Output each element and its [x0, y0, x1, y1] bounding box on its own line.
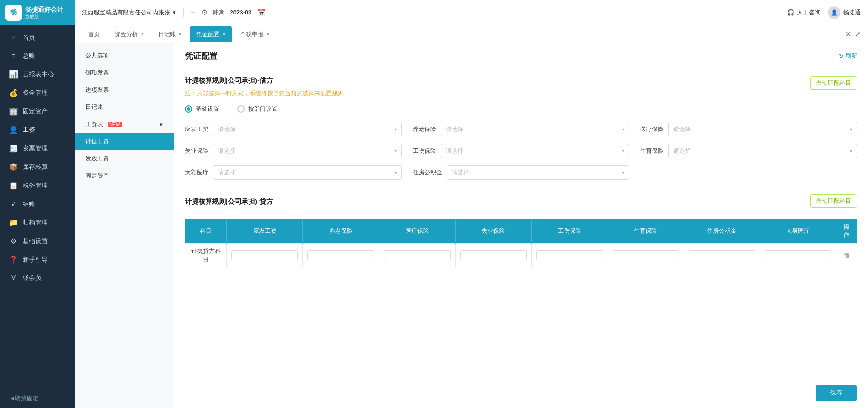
cell-supp-medical[interactable]: [760, 244, 836, 267]
sidebar-label-general-ledger: 总账: [23, 52, 35, 60]
sidebar-item-invoice-mgmt[interactable]: 🧾发票管理: [0, 139, 75, 158]
sidebar-item-reports[interactable]: 📊云报表中心: [0, 65, 75, 84]
calendar-icon[interactable]: 📅: [257, 8, 266, 17]
page-content: 公共选项 销项发票 进项发票 日记账 工资表 NEW ▾ 计提工资: [75, 43, 868, 408]
input-housing[interactable]: [689, 250, 755, 260]
field-medical-select[interactable]: 请选择 ▾: [668, 122, 857, 136]
cell-action[interactable]: 🗑: [836, 244, 857, 267]
company-selector[interactable]: 江西服宝精品有限责任公司内账张 ▾: [82, 9, 176, 17]
save-button[interactable]: 保存: [816, 385, 857, 401]
menu-item-public-options[interactable]: 公共选项: [75, 47, 174, 64]
input-gross[interactable]: [231, 250, 298, 260]
menu-item-payroll-table[interactable]: 工资表 NEW ▾: [75, 116, 174, 133]
sidebar-item-checkout[interactable]: ✓结账: [0, 195, 75, 213]
delete-row-button[interactable]: 🗑: [844, 252, 850, 259]
cell-maternity[interactable]: [608, 244, 684, 267]
tab-voucher-config[interactable]: 凭证配置 ×: [190, 26, 232, 42]
menu-item-journal[interactable]: 日记账: [75, 98, 174, 116]
field-supplemental-medical-select[interactable]: 请选择 ▾: [213, 165, 402, 180]
logo-text-block: 畅捷通好会计 旗舰版: [25, 5, 63, 20]
sidebar-item-general-ledger[interactable]: ≡总账: [0, 47, 75, 65]
service-button[interactable]: 🎧 人工咨询: [787, 9, 821, 17]
tab-tax-report-label: 个税申报: [240, 30, 264, 38]
field-medical-placeholder: 请选择: [673, 125, 691, 133]
auto-match-debit-button[interactable]: 自动匹配科目: [810, 76, 857, 90]
debit-form-grid: 应发工资 请选择 ▾ 养老保险 请选择 ▾: [185, 122, 857, 180]
tab-voucher-config-label: 凭证配置: [196, 30, 220, 38]
col-header-pension: 养老保险: [303, 219, 379, 244]
payroll-table-left: 工资表 NEW: [85, 120, 122, 128]
field-housing-fund-placeholder: 请选择: [452, 169, 469, 177]
close-all-tabs-button[interactable]: ✕: [845, 30, 851, 38]
menu-item-payroll-release[interactable]: 发放工资: [75, 150, 174, 167]
field-injury-select[interactable]: 请选择 ▾: [441, 144, 630, 158]
tab-fund-analysis[interactable]: 资金分析 ×: [108, 26, 150, 42]
add-company-button[interactable]: +: [191, 8, 196, 17]
cell-pension[interactable]: [303, 244, 379, 267]
tab-tax-report-close[interactable]: ×: [266, 31, 269, 38]
menu-item-payroll-accrual[interactable]: 计提工资: [75, 133, 174, 150]
tax-icon: 📋: [9, 181, 18, 190]
tab-home[interactable]: 首页: [82, 26, 106, 42]
sidebar-item-wages[interactable]: 👤工资: [0, 121, 75, 139]
sidebar-item-home[interactable]: ⌂首页: [0, 29, 75, 47]
input-maternity[interactable]: [613, 250, 679, 260]
field-pension-placeholder: 请选择: [446, 125, 463, 133]
radio-by-dept[interactable]: 按部门设置: [237, 105, 278, 113]
input-supp-medical[interactable]: [765, 250, 832, 260]
sidebar-item-basic-settings[interactable]: ⚙基础设置: [0, 232, 75, 250]
input-pension[interactable]: [307, 250, 374, 260]
sidebar-item-vip[interactable]: V畅会员: [0, 269, 75, 287]
cell-gross[interactable]: [226, 244, 303, 267]
refresh-button[interactable]: ↻ 刷新: [839, 52, 857, 60]
menu-label-sales-invoice: 销项发票: [85, 69, 109, 77]
field-gross-wage: 应发工资 请选择 ▾: [185, 122, 402, 136]
field-gross-wage-select[interactable]: 请选择 ▾: [213, 122, 402, 136]
field-maternity-label: 生育保险: [640, 147, 664, 155]
guide-icon: ❓: [9, 255, 18, 264]
cell-unemployment[interactable]: [455, 244, 532, 267]
cell-housing[interactable]: [684, 244, 760, 267]
input-medical[interactable]: [384, 250, 451, 260]
settings-icon[interactable]: ⚙: [201, 8, 208, 17]
logo-subtitle: 旗舰版: [25, 14, 63, 20]
tab-journal-close[interactable]: ×: [179, 31, 182, 38]
menu-item-sales-invoice[interactable]: 销项发票: [75, 64, 174, 81]
field-housing-fund-select[interactable]: 请选择 ▾: [447, 165, 630, 180]
radio-basic[interactable]: 基础设置: [185, 105, 219, 113]
user-info[interactable]: 👤 畅捷通: [828, 6, 861, 19]
tab-fund-analysis-close[interactable]: ×: [141, 31, 144, 38]
topbar: 江西服宝精品有限责任公司内账张 ▾ + ⚙ 账期 2023-03 📅 🎧 人工咨…: [75, 0, 868, 25]
sidebar-item-archive[interactable]: 📁归档管理: [0, 213, 75, 232]
sidebar-item-guide[interactable]: ❓新手引导: [0, 250, 75, 269]
select-arrow-icon-8: ▾: [622, 170, 624, 175]
cell-injury[interactable]: [532, 244, 608, 267]
tab-journal[interactable]: 日记账 ×: [152, 26, 188, 42]
input-unemployment[interactable]: [460, 250, 527, 260]
expand-button[interactable]: ⤢: [855, 30, 861, 38]
field-pension-select[interactable]: 请选择 ▾: [441, 122, 630, 136]
credit-section-title: 计提核算规则(公司承担)-贷方: [185, 197, 273, 206]
input-injury[interactable]: [536, 250, 603, 260]
cell-medical[interactable]: [379, 244, 455, 267]
funds-icon: 💰: [9, 89, 18, 97]
cancel-fixed-button[interactable]: ◄取消固定: [0, 389, 75, 408]
sidebar-item-tax[interactable]: 📋税务管理: [0, 176, 75, 195]
sidebar-label-archive: 归档管理: [23, 219, 48, 227]
tab-tax-report[interactable]: 个税申报 ×: [234, 26, 276, 42]
field-unemployment-select[interactable]: 请选择 ▾: [213, 144, 402, 158]
field-maternity-select[interactable]: 请选择 ▾: [668, 144, 857, 158]
sidebar-item-fixed-assets[interactable]: 🏢固定资产: [0, 102, 75, 121]
field-maternity: 生育保险 请选择 ▾: [640, 144, 857, 158]
checkout-icon: ✓: [9, 200, 18, 208]
tab-voucher-config-close[interactable]: ×: [222, 31, 226, 38]
field-supplemental-medical-label: 大额医疗: [185, 169, 208, 177]
left-menu: 公共选项 销项发票 进项发票 日记账 工资表 NEW ▾ 计提工资: [75, 43, 174, 408]
sidebar-item-funds[interactable]: 💰资金管理: [0, 84, 75, 102]
sidebar-item-inventory[interactable]: 📦库存核算: [0, 158, 75, 176]
menu-item-fixed-assets[interactable]: 固定资产: [75, 167, 174, 184]
auto-match-credit-button[interactable]: 自动匹配科目: [810, 194, 857, 208]
menu-label-public-options: 公共选项: [85, 52, 109, 60]
menu-item-purchase-invoice[interactable]: 进项发票: [75, 81, 174, 98]
col-header-gross: 应发工资: [226, 219, 303, 244]
